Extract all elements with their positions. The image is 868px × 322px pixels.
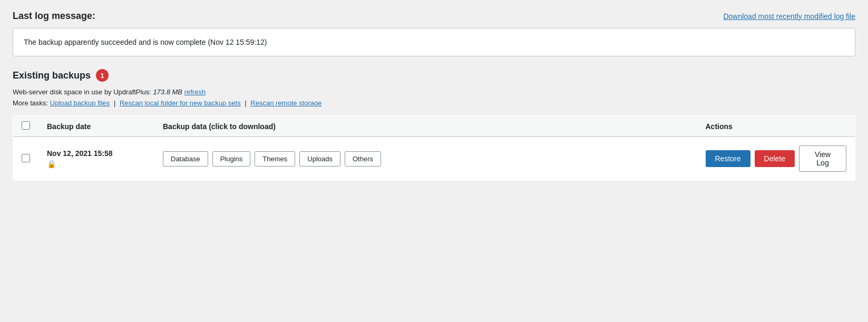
rescan-remote-link[interactable]: Rescan remote storage (250, 99, 321, 107)
disk-space-value: 173.8 MB (153, 88, 182, 96)
delete-button[interactable]: Delete (755, 150, 795, 167)
backups-count-badge: 1 (96, 69, 109, 82)
existing-backups-header: Existing backups 1 (13, 69, 855, 82)
page-wrapper: Last log message: Download most recently… (0, 0, 868, 322)
log-message-text: The backup apparently succeeded and is n… (24, 38, 267, 46)
more-tasks-label: More tasks: (13, 99, 48, 107)
data-download-button-uploads[interactable]: Uploads (299, 151, 340, 167)
select-all-checkbox[interactable] (22, 121, 30, 130)
table-header-row: Backup date Backup data (click to downlo… (13, 116, 855, 137)
download-log-link[interactable]: Download most recently modified log file (723, 12, 855, 21)
sep-1: | (114, 99, 115, 107)
last-log-header: Last log message: Download most recently… (13, 11, 855, 22)
backup-date: Nov 12, 2021 15:58 (47, 149, 146, 158)
backup-table: Backup date Backup data (click to downlo… (13, 115, 855, 181)
lock-icon: 🔒 (47, 160, 56, 168)
row-actions-cell: RestoreDeleteView Log (697, 137, 855, 181)
refresh-link[interactable]: refresh (184, 88, 206, 96)
disk-space-line: Web-server disk space in use by UpdraftP… (13, 88, 855, 96)
col-header-checkbox (13, 116, 39, 137)
existing-backups-section: Existing backups 1 Web-server disk space… (13, 69, 855, 181)
last-log-title: Last log message: (13, 11, 95, 22)
upload-backup-link[interactable]: Upload backup files (50, 99, 110, 107)
last-log-section: Last log message: Download most recently… (13, 11, 855, 56)
data-download-button-themes[interactable]: Themes (255, 151, 295, 167)
col-header-date: Backup date (38, 116, 154, 137)
col-header-actions: Actions (697, 116, 855, 137)
sep-2: | (245, 99, 246, 107)
data-download-button-others[interactable]: Others (345, 151, 381, 167)
row-data-cell: DatabasePluginsThemesUploadsOthers (154, 137, 697, 181)
more-tasks-line: More tasks: Upload backup files | Rescan… (13, 99, 855, 107)
data-download-button-plugins[interactable]: Plugins (212, 151, 251, 167)
disk-space-label: Web-server disk space in use by UpdraftP… (13, 88, 151, 96)
col-header-data: Backup data (click to download) (154, 116, 697, 137)
restore-button[interactable]: Restore (706, 150, 750, 167)
existing-backups-title: Existing backups (13, 70, 91, 81)
row-checkbox[interactable] (22, 154, 30, 162)
log-message-box: The backup apparently succeeded and is n… (13, 28, 855, 56)
view-log-button[interactable]: View Log (799, 145, 846, 172)
data-download-button-database[interactable]: Database (163, 151, 208, 167)
row-checkbox-cell (13, 137, 39, 181)
data-buttons-container: DatabasePluginsThemesUploadsOthers (163, 151, 689, 167)
row-date-cell: Nov 12, 2021 15:58🔒 (38, 137, 154, 181)
table-row: Nov 12, 2021 15:58🔒DatabasePluginsThemes… (13, 137, 855, 181)
rescan-local-link[interactable]: Rescan local folder for new backup sets (120, 99, 241, 107)
action-buttons-container: RestoreDeleteView Log (706, 145, 847, 172)
